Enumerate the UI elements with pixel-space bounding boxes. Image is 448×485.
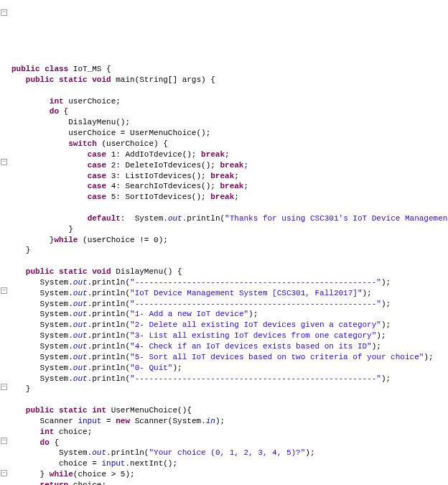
call-displaymenu: DislayMenu(); bbox=[68, 118, 130, 126]
close-switch: } bbox=[68, 225, 73, 234]
return-choice: return choice; bbox=[40, 481, 106, 485]
displaymenu-signature: public static void DislayMenu() { bbox=[26, 267, 182, 276]
gutter: − − − − − − − − bbox=[0, 0, 9, 485]
fold-toggle-main[interactable]: − bbox=[1, 9, 7, 16]
case-2: case 2: DeleteIoTdevices(); break; bbox=[88, 161, 248, 170]
case-1: case 1: AddIoTdevice(); break; bbox=[88, 150, 230, 159]
scanner-decl: Scanner input = new Scanner(System.in); bbox=[40, 417, 225, 425]
println-5: System.out.println("3- List all existing… bbox=[40, 331, 386, 340]
default-case: default: System.out.println("Thanks for … bbox=[88, 214, 448, 223]
while-end: }while (userChoice != 0); bbox=[50, 236, 168, 244]
fold-toggle-displaymenu[interactable]: − bbox=[1, 159, 7, 165]
choice-assign: choice = input.nextInt(); bbox=[59, 459, 177, 468]
do-start: do { bbox=[50, 107, 68, 116]
println-6: System.out.println("4- Check if an IoT d… bbox=[40, 342, 381, 351]
prompt-println: System.out.println("Your choice (0, 1, 2… bbox=[59, 448, 315, 457]
do-start-uc: do { bbox=[40, 438, 59, 447]
println-0: System.out.println("--------------------… bbox=[40, 278, 391, 287]
fold-toggle-add[interactable]: − bbox=[1, 384, 7, 390]
println-1: System.out.println("IoT Device Managemen… bbox=[40, 289, 372, 297]
class-declaration: public class IoT_MS { bbox=[11, 65, 111, 73]
fold-toggle-delete[interactable]: − bbox=[1, 438, 7, 444]
println-8: System.out.println("0- Quit"); bbox=[40, 364, 182, 372]
case-5: case 5: SortIoTdevices(); break; bbox=[88, 193, 239, 201]
println-9: System.out.println("--------------------… bbox=[40, 374, 391, 383]
switch-start: switch (userChoice) { bbox=[68, 139, 168, 148]
assign-userchoice: userChoice = UserMenuChoice(); bbox=[68, 129, 210, 137]
close-displaymenu: } bbox=[26, 384, 31, 393]
println-4: System.out.println("2- Delete all existi… bbox=[40, 320, 391, 329]
main-signature: public static void main(String[] args) { bbox=[26, 75, 215, 84]
choice-decl: int choice; bbox=[40, 428, 93, 436]
println-7: System.out.println("5- Sort all IoT devi… bbox=[40, 353, 434, 361]
usermenu-signature: public static int UserMenuChoice(){ bbox=[26, 406, 192, 415]
fold-toggle-usermenu[interactable]: − bbox=[1, 287, 7, 294]
case-3: case 3: ListIoTdevices(); break; bbox=[88, 172, 239, 180]
close-main: } bbox=[26, 246, 31, 254]
println-2: System.out.println("--------------------… bbox=[40, 300, 391, 308]
fold-toggle-list[interactable]: − bbox=[1, 470, 7, 476]
userchoice-decl: int userChoice; bbox=[50, 97, 121, 106]
println-3: System.out.println("1- Add a new IoT dev… bbox=[40, 310, 258, 318]
while-uc: } while(choice > 5); bbox=[40, 470, 135, 479]
code-editor[interactable]: public class IoT_MS { public static void… bbox=[1, 64, 448, 485]
case-4: case 4: SearchIoTdevices(); break; bbox=[88, 182, 248, 190]
